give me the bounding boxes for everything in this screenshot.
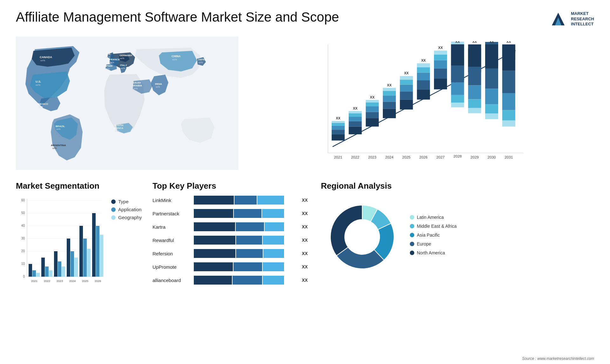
segmentation-title: Market Segmentation	[16, 181, 143, 191]
legend-label: Europe	[417, 241, 431, 246]
player-bar	[194, 196, 299, 205]
svg-text:ARGENTINA: ARGENTINA	[51, 144, 66, 147]
donut-segment	[330, 205, 362, 256]
svg-rect-145	[36, 273, 40, 277]
bar-seg3	[257, 196, 284, 205]
source-text: Source : www.marketresearchintellect.com	[522, 356, 594, 361]
svg-rect-84	[434, 55, 447, 60]
svg-text:2021: 2021	[334, 155, 342, 159]
svg-rect-147	[41, 258, 45, 277]
svg-rect-77	[417, 67, 430, 73]
svg-text:2025: 2025	[402, 155, 411, 159]
svg-rect-104	[451, 44, 464, 65]
svg-rect-160	[83, 239, 87, 277]
svg-rect-40	[332, 130, 345, 134]
svg-rect-149	[49, 270, 52, 277]
segmentation-section: Market Segmentation 0 10 20	[16, 181, 143, 318]
svg-text:XX: XX	[404, 71, 409, 75]
svg-text:MEXICO: MEXICO	[38, 103, 48, 105]
bar-seg1	[194, 276, 232, 285]
player-xx: XX	[302, 251, 311, 256]
svg-rect-56	[366, 102, 379, 106]
svg-text:2024: 2024	[385, 155, 394, 159]
svg-rect-78	[417, 63, 430, 67]
svg-rect-41	[332, 126, 345, 130]
bar-seg1	[194, 196, 234, 205]
svg-text:xx%: xx%	[156, 86, 160, 88]
svg-text:2023: 2023	[57, 280, 63, 283]
players-section: Top Key Players LinkMink XX Partnerstack…	[152, 181, 311, 318]
bar-seg2	[236, 222, 264, 231]
svg-text:xx%: xx%	[120, 57, 124, 59]
player-bar	[194, 209, 299, 218]
svg-text:FRANCE: FRANCE	[109, 58, 120, 61]
bar-seg3	[263, 262, 284, 271]
svg-text:XX: XX	[489, 41, 494, 44]
svg-text:2023: 2023	[368, 155, 376, 159]
player-xx: XX	[302, 224, 311, 229]
player-xx: XX	[302, 278, 311, 283]
bar-seg2	[234, 209, 261, 218]
player-xx: XX	[302, 238, 311, 243]
svg-rect-75	[417, 80, 430, 89]
svg-rect-39	[332, 134, 345, 141]
svg-rect-110	[468, 67, 481, 85]
svg-rect-164	[96, 226, 99, 277]
svg-text:ARABIA: ARABIA	[132, 84, 142, 87]
svg-text:XX: XX	[455, 41, 460, 44]
player-row: Refersion XX	[152, 249, 311, 258]
header: Affiliate Management Software Market Siz…	[16, 10, 594, 29]
svg-rect-85	[434, 51, 447, 55]
logo: MARKET RESEARCH INTELLECT	[549, 10, 594, 29]
bar-seg1	[194, 236, 235, 245]
svg-rect-71	[400, 76, 413, 80]
svg-text:20: 20	[21, 249, 25, 253]
player-row: Partnerstack XX	[152, 209, 311, 218]
bar-seg3	[263, 236, 284, 245]
svg-rect-74	[417, 89, 430, 99]
player-bar	[194, 236, 299, 245]
segmentation-chart: 0 10 20 30 40 50 60 2021	[16, 196, 105, 291]
players-title: Top Key Players	[152, 181, 311, 191]
svg-text:2021: 2021	[31, 280, 37, 283]
svg-text:2025: 2025	[82, 280, 88, 283]
svg-rect-61	[383, 102, 396, 109]
player-bar	[194, 276, 299, 285]
svg-rect-62	[383, 96, 396, 102]
svg-text:2028: 2028	[453, 154, 462, 158]
svg-text:2022: 2022	[351, 155, 359, 159]
logo-text: MARKET RESEARCH INTELLECT	[571, 11, 594, 27]
player-bar	[194, 222, 299, 231]
legend-dot	[410, 215, 414, 219]
svg-text:xx%: xx%	[115, 130, 119, 132]
bar-seg1	[194, 209, 233, 218]
svg-text:XX: XX	[421, 58, 426, 62]
legend-item: Asia Pacific	[410, 233, 457, 238]
player-row: allianceboard XX	[152, 276, 311, 285]
svg-rect-60	[383, 109, 396, 118]
legend-item: Middle East & Africa	[410, 224, 457, 229]
svg-text:ITALY: ITALY	[120, 64, 127, 67]
player-name: Kartra	[152, 224, 191, 230]
svg-text:xx%: xx%	[199, 61, 203, 64]
bar-seg3	[265, 222, 284, 231]
logo-icon	[549, 10, 568, 29]
legend-dot	[410, 224, 414, 228]
svg-text:30: 30	[21, 237, 25, 240]
growth-chart: XX 2021 XX 2022 XX 2023	[248, 41, 594, 172]
svg-rect-151	[54, 251, 58, 277]
player-row: LinkMink XX	[152, 196, 311, 205]
regional-title: Regional Analysis	[321, 181, 594, 191]
svg-text:xx%: xx%	[121, 67, 125, 69]
bar-seg3	[263, 249, 284, 258]
svg-rect-109	[468, 44, 481, 67]
svg-rect-48	[349, 117, 362, 121]
svg-text:60: 60	[21, 199, 25, 202]
svg-rect-111	[468, 85, 481, 99]
svg-text:40: 40	[21, 224, 25, 227]
svg-rect-53	[366, 118, 379, 126]
svg-text:XX: XX	[506, 41, 511, 44]
bar-seg2	[236, 249, 263, 258]
svg-text:U.K.: U.K.	[106, 53, 111, 56]
svg-rect-163	[92, 213, 96, 277]
